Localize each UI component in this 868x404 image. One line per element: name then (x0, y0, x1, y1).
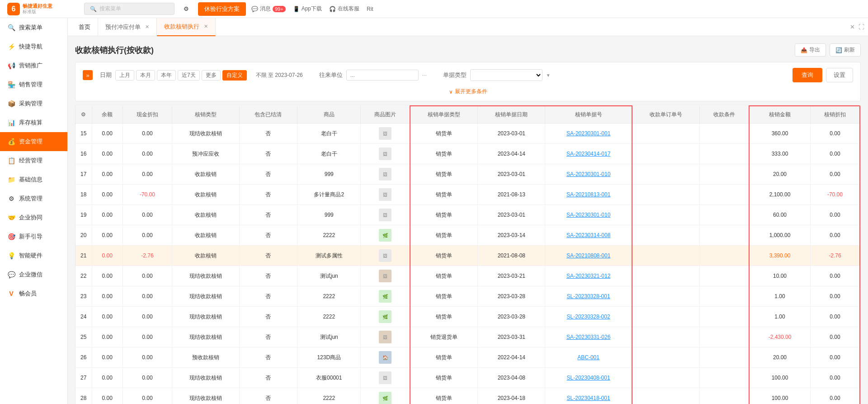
cell-cancel-type: 收款核销 (172, 225, 239, 246)
voucher-no-link[interactable]: SA-20230301-001 (566, 130, 610, 137)
expand-label: 展开更多条件 (455, 88, 487, 95)
expand-more-btn[interactable]: ∨ 展开更多条件 (449, 88, 487, 95)
sidebar-item-marketing[interactable]: 📢 营销推广 (0, 56, 67, 75)
tab-restore-icon[interactable]: ⛶ (859, 24, 864, 30)
sidebar-item-guide[interactable]: 🎯 新手引导 (0, 227, 67, 246)
sidebar-item-purchase[interactable]: 📦 采购管理 (0, 94, 67, 113)
tab-receipt-label: 收款核销执行 (164, 23, 199, 31)
tab-prepay-close[interactable]: ✕ (145, 24, 149, 30)
voucher-no-link[interactable]: ABC-001 (577, 354, 599, 361)
cell-cancel-voucher-date: 2023-03-01 (478, 205, 545, 225)
partner-label: 往来单位 (319, 71, 343, 79)
sidebar-item-enterprise[interactable]: 🤝 企业协同 (0, 208, 67, 227)
cell-cancel-voucher-no[interactable]: SA-20230321-012 (545, 266, 632, 286)
online-service-btn[interactable]: 🎧 在线客服 (329, 5, 359, 13)
sidebar-item-base-info[interactable]: 📁 基础信息 (0, 170, 67, 189)
cell-cancel-voucher-no[interactable]: SA-20230414-017 (545, 144, 632, 164)
cell-cancel-voucher-no[interactable]: SA-20230301-010 (545, 164, 632, 185)
cell-cancel-discount: -2.76 (810, 246, 860, 266)
voucher-no-link[interactable]: SL-20230328-002 (567, 314, 610, 320)
cell-cancel-voucher-type: 销货单 (410, 144, 478, 164)
date-btn-this-month[interactable]: 本月 (136, 70, 155, 81)
cell-cancel-voucher-no[interactable]: SA-20230301-001 (545, 124, 632, 144)
cell-cancel-voucher-no[interactable]: SA-20230331-026 (545, 327, 632, 347)
user-menu[interactable]: Rit (367, 6, 373, 12)
query-btn[interactable]: 查询 (793, 68, 822, 82)
date-btn-more[interactable]: 更多 (202, 70, 221, 81)
cell-row-num: 21 (75, 246, 92, 266)
search-bar[interactable]: 🔍 搜索菜单 (84, 3, 175, 15)
date-btn-last-month[interactable]: 上月 (115, 70, 134, 81)
export-btn[interactable]: 📤 导出 (795, 43, 826, 57)
cell-goods: 测试jun (297, 266, 361, 286)
sidebar-item-inventory[interactable]: 📊 库存核算 (0, 113, 67, 132)
voucher-no-link[interactable]: SA-20230321-012 (566, 273, 610, 279)
voucher-no-link[interactable]: SL-20230408-001 (567, 375, 610, 381)
cell-cancel-discount: 0.00 (810, 144, 860, 164)
sidebar-item-finance[interactable]: 💰 资金管理 (0, 132, 67, 151)
refresh-btn[interactable]: 🔄 刷新 (830, 43, 861, 57)
partner-ellipsis[interactable]: ··· (422, 72, 427, 78)
cell-cash-discount: -70.00 (123, 185, 172, 205)
cell-include-cleared: 否 (239, 368, 297, 388)
cell-cancel-voucher-no[interactable]: SA-20230314-008 (545, 225, 632, 246)
voucher-type-select[interactable] (470, 69, 542, 81)
cell-cancel-voucher-no[interactable]: SA-20210808-001 (545, 246, 632, 266)
app-download-btn[interactable]: 📱 App下载 (293, 5, 322, 13)
cell-goods-img: 🖼 (361, 368, 410, 388)
tab-prepay[interactable]: 预付冲应付单 ✕ (98, 18, 157, 36)
tab-bar-right: ✕ ⛶ (850, 24, 864, 30)
cell-cancel-voucher-no[interactable]: SL-20230328-002 (545, 307, 632, 327)
notification-btn[interactable]: 💬 消息 99+ (251, 5, 286, 13)
col-cancel-type: 核销类型 (172, 106, 239, 124)
cell-cancel-voucher-no[interactable]: SL-20230408-001 (545, 368, 632, 388)
cell-cancel-voucher-type: 销货单 (410, 205, 478, 225)
col-settings[interactable]: ⚙ (75, 106, 92, 124)
voucher-no-link[interactable]: SA-20230314-008 (566, 232, 610, 238)
voucher-no-link[interactable]: SA-20230301-010 (566, 212, 610, 218)
cell-cancel-voucher-no[interactable]: SL-20230418-001 (545, 388, 632, 404)
cell-receipt-condition (700, 266, 750, 286)
sidebar-item-vip[interactable]: V 畅会员 (0, 284, 67, 303)
cell-cancel-voucher-no[interactable]: ABC-001 (545, 347, 632, 368)
filter-expand-arrow[interactable]: » (83, 70, 93, 80)
tab-home[interactable]: 首页 (71, 18, 98, 36)
cell-row-num: 19 (75, 205, 92, 225)
cell-include-cleared: 否 (239, 388, 297, 404)
voucher-no-link[interactable]: SL-20230328-001 (567, 293, 610, 299)
cell-cancel-voucher-no[interactable]: SL-20230328-001 (545, 286, 632, 307)
voucher-no-link[interactable]: SA-20210808-001 (566, 252, 610, 259)
industry-btn[interactable]: 休验行业方案 (198, 2, 246, 16)
sidebar-item-wechat[interactable]: 💬 企业微信 (0, 265, 67, 284)
voucher-no-link[interactable]: SA-20230331-026 (566, 334, 610, 340)
date-btn-this-year[interactable]: 本年 (157, 70, 176, 81)
cell-cancel-voucher-no[interactable]: SA-20230301-010 (545, 205, 632, 225)
date-btn-7days[interactable]: 近7天 (178, 70, 200, 81)
settings-icon[interactable]: ⚙ (180, 3, 193, 15)
partner-input[interactable] (346, 70, 419, 81)
tab-receipt-close[interactable]: ✕ (204, 24, 208, 29)
setting-btn[interactable]: 设置 (826, 68, 853, 82)
filter-bar: » 日期 上月 本月 本年 近7天 更多 自定义 (75, 62, 861, 101)
date-btn-custom[interactable]: 自定义 (222, 70, 247, 81)
sidebar-item-search[interactable]: 🔍 搜索菜单 (0, 18, 67, 37)
cell-balance: 0.00 (92, 388, 123, 404)
tab-receipt[interactable]: 收款核销执行 ✕ (157, 18, 216, 36)
sidebar-item-quick-nav[interactable]: ⚡ 快捷导航 (0, 37, 67, 56)
tab-window-close-icon[interactable]: ✕ (850, 24, 855, 30)
cell-row-num: 27 (75, 368, 92, 388)
voucher-no-link[interactable]: SA-20230414-017 (566, 151, 610, 157)
cell-cancel-type: 收款核销 (172, 185, 239, 205)
sidebar-item-system[interactable]: ⚙ 系统管理 (0, 189, 67, 208)
sidebar-item-smart-hw[interactable]: 💡 智能硬件 (0, 246, 67, 265)
voucher-no-link[interactable]: SA-20210813-001 (566, 191, 610, 198)
sidebar-item-operations[interactable]: 📋 经营管理 (0, 151, 67, 170)
cell-include-cleared: 否 (239, 124, 297, 144)
voucher-no-link[interactable]: SA-20230301-010 (566, 171, 610, 177)
voucher-no-link[interactable]: SL-20230418-001 (567, 395, 610, 401)
cell-receipt-order-no (632, 124, 700, 144)
cell-cancel-voucher-no[interactable]: SA-20210813-001 (545, 185, 632, 205)
goods-img: 🖼 (379, 209, 392, 221)
sidebar-item-sales[interactable]: 🏪 销售管理 (0, 75, 67, 94)
goods-img: 🖼 (379, 188, 392, 201)
